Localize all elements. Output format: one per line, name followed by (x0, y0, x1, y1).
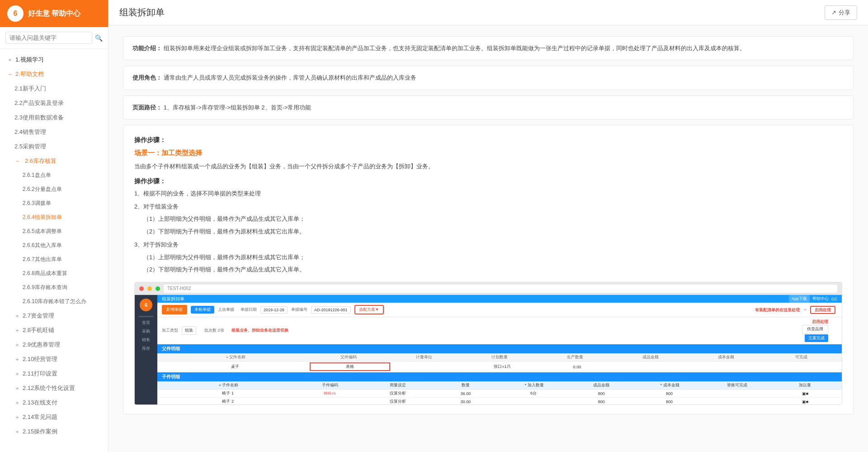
sidebar-item-2-6-8[interactable]: 2.6.8商品成本重算 (0, 266, 108, 281)
sidebar-item-2-7[interactable]: ＋ 2.7资金管理 (0, 309, 108, 323)
mock-top-bar: 组装拆卸单 App下载 帮助中心 CC (157, 295, 842, 303)
sidebar-item-2-15[interactable]: ＋ 2.15操作案例 (0, 424, 108, 439)
mock-col-prod-amt: 成品金额 (613, 354, 688, 360)
mock-doc-no-value: AD-20191226-001 (311, 306, 351, 314)
scene1-intro: 当由多个子件材料组装成一个成品的业务为【组装】业务，当由一个父件拆分成多个子产品… (134, 161, 842, 171)
mock-col-zjname: ＋子件名称 (160, 382, 296, 388)
path-label: 页面路径： (132, 104, 162, 111)
logo-icon: 6 (7, 5, 24, 22)
mock-new-btn[interactable]: 新增单据 (162, 305, 187, 314)
function-intro-label: 功能介绍： (132, 45, 162, 52)
step3-2-text: （2）下部明细为子件明细，最终作为产成品生成其它入库单。 (134, 264, 842, 275)
mock-row1-prod: 0.00 (540, 365, 615, 369)
role-block: 使用角色： 通常由生产人员或库管人员完成拆装业务的操作，库管人员确认原材料的出库… (123, 66, 854, 90)
mock-col-plan-qty: 计划数量 (462, 354, 538, 360)
sidebar-item-2-2[interactable]: 2.2产品安装及登录 (0, 96, 108, 110)
annotation-1-text: 有装配清单的在这里处理 (755, 308, 800, 312)
mock-zj-row2-usage: 仅算分析 (364, 399, 432, 404)
sidebar-item-2-5[interactable]: 2.5采购管理 (0, 139, 108, 154)
sidebar-item-videos[interactable]: ＋ 1.视频学习 (0, 52, 108, 67)
sidebar-item-2-6-4-active[interactable]: 2.6.4组装拆卸单 (0, 210, 108, 224)
mock-main-area: 组装拆卸单 App下载 帮助中心 CC 新增单据 (157, 295, 842, 404)
mock-logo: 6 (140, 299, 152, 311)
sidebar-item-helpdocs[interactable]: － 2.帮助文档 (0, 67, 108, 81)
annotation-1-arrow: → (802, 307, 807, 312)
steps-sub-title: 操作步骤： (134, 177, 842, 186)
mock-nav-item-1: 首页 (137, 320, 155, 326)
nav-list: ＋ 1.视频学习 － 2.帮助文档 2.1新手入门 2.2产品安装及登录 2.3… (0, 49, 108, 452)
sidebar: 6 好生意 帮助中心 🔍 ＋ 1.视频学习 － 2.帮助文档 2.1新手入门 2… (0, 0, 108, 452)
mock-col-qty: 数量 (432, 382, 500, 388)
sidebar-item-2-6-10[interactable]: 2.6.10库存账本错了怎么办 (0, 295, 108, 309)
sidebar-item-2-13[interactable]: ＋ 2.13在线支付 (0, 395, 108, 410)
sidebar-item-2-6-7[interactable]: 2.6.7其他出库单 (0, 252, 108, 266)
mock-zj-row1-costamt: 800 (635, 391, 703, 396)
sidebar-item-2-6-2[interactable]: 2.6.2分量盘点单 (0, 182, 108, 196)
annotation-3-text: 启用处理 (812, 319, 828, 325)
mock-tab-prev: 上次单据 (218, 307, 234, 313)
mock-zj-row1-code: 椅码-01 (296, 391, 363, 396)
screenshot-mock: TEST-H002 6 首页 采购 销售 库存 (135, 282, 842, 404)
path-block: 页面路径： 1、库存核算->库存管理->组装拆卸单 2、首页->常用功能 (123, 95, 854, 119)
search-input[interactable] (5, 32, 92, 44)
sidebar-item-2-6-9[interactable]: 2.6.9库存账本查询 (0, 281, 108, 295)
sidebar-item-2-14[interactable]: ＋ 2.14常见问题 (0, 410, 108, 424)
sidebar-item-2-3[interactable]: 2.3使用前数据准备 (0, 110, 108, 125)
sidebar-item-2-6[interactable]: － 2.6库存核算 (0, 154, 108, 168)
mock-zj-header: 子件明细 (157, 372, 842, 381)
mock-left-nav: 6 首页 采购 销售 库存 (135, 295, 157, 404)
mock-zj-row2-cpamt: 800 (567, 400, 635, 404)
mock-top-row-1: 桌子 表格 张口=1只 0.00 (157, 362, 842, 372)
mock-url-bar: TEST-H002 (164, 285, 837, 293)
sidebar-item-2-12[interactable]: ＋ 2.12系统个性化设置 (0, 381, 108, 395)
screenshot-container: TEST-H002 6 首页 采购 销售 库存 (134, 282, 842, 405)
mock-zj-row1-usage: 仅算分析 (364, 390, 432, 396)
minus-icon-2-6: － (14, 157, 20, 165)
mock-col-unit: 计量单位 (387, 354, 462, 360)
steps-title: 操作步骤： (134, 136, 842, 144)
mock-url-text: TEST-H002 (167, 286, 191, 291)
sidebar-item-2-1[interactable]: 2.1新手入门 (0, 81, 108, 96)
search-box: 🔍 (0, 27, 108, 49)
mock-top-title: 组装拆卸单 (162, 296, 184, 302)
sidebar-item-2-6-3[interactable]: 2.6.3调拨单 (0, 196, 108, 210)
mock-type-value: 组装 (182, 326, 196, 335)
sidebar-item-2-10[interactable]: ＋ 2.10经营管理 (0, 352, 108, 366)
mock-col-addamt: 加以量 (771, 382, 839, 388)
sidebar-item-2-9[interactable]: ＋ 2.9优惠券管理 (0, 338, 108, 352)
mock-bottom-row-2: 椅子 2 仅算分析 30.00 800 800 ▣■ (157, 398, 842, 404)
sidebar-item-2-11[interactable]: ＋ 2.11打印设置 (0, 366, 108, 381)
step1-text: 1、根据不同的业务，选择不同单据的类型来处理 (134, 188, 842, 199)
mock-col-can-finish: 可完成 (764, 354, 839, 360)
mock-col-cpamt: 成品金额 (567, 382, 635, 388)
mock-form-toolbar: 新增单据 本检单据 上次单据 单据日期 2019-12-26 单据编号 AD-2… (157, 303, 842, 317)
annotation-2-text: 组装业务、拆卸业务在这里切换 (231, 328, 288, 333)
step3-1-text: （1）上部明细为父件明细，最终作为原材料生成其它出库单； (134, 252, 842, 262)
mock-peifang-btn[interactable]: 选配方案▼ (354, 305, 384, 314)
collapse-icon: － (7, 71, 13, 78)
step3-label: 3、对于拆卸业务 (134, 239, 842, 250)
page-title: 组装拆卸单 (119, 6, 165, 19)
step2-1-text: （1）上部明细为父件明细，最终作为产成品生成其它入库单； (134, 214, 842, 224)
mock-col-cost-amt: 成本金额 (688, 354, 764, 360)
mock-annotation-right: 有装配清单的在这里处理 → 启用处理 (755, 307, 837, 313)
sidebar-item-2-6-6[interactable]: 2.6.6其他入库单 (0, 238, 108, 252)
sidebar-item-2-6-5[interactable]: 2.6.5成本调整单 (0, 224, 108, 238)
sidebar-title: 好生意 帮助中心 (28, 9, 80, 19)
mock-app-badge: App下载 (789, 295, 810, 303)
sidebar-item-2-6-1[interactable]: 2.6.1盘点单 (0, 168, 108, 182)
mock-nav-item-2: 采购 (137, 328, 155, 334)
mock-doc-no-label: 单据编号 (291, 307, 307, 313)
scene1-title: 场景一：加工类型选择 (134, 149, 842, 157)
sidebar-item-2-8[interactable]: ＋ 2.8手机旺铺 (0, 323, 108, 338)
role-text: 通常由生产人员或库管人员完成拆装业务的操作，库管人员确认原材料的出库和产成品的入… (164, 74, 416, 81)
mock-col-fjcode: 父件编码 (311, 354, 387, 360)
share-button[interactable]: ↗ 分享 (825, 5, 857, 20)
mock-browser-bar: TEST-H002 (135, 282, 842, 295)
mock-col-costamt: ＊成本金额 (635, 382, 703, 388)
mock-queren-btn[interactable]: 立案完成 (805, 334, 828, 342)
mock-process-btn[interactable]: 启用处理 (810, 306, 835, 314)
search-icon[interactable]: 🔍 (95, 34, 103, 42)
share-icon: ↗ (831, 9, 836, 16)
sidebar-item-2-4[interactable]: 2.4销售管理 (0, 125, 108, 139)
